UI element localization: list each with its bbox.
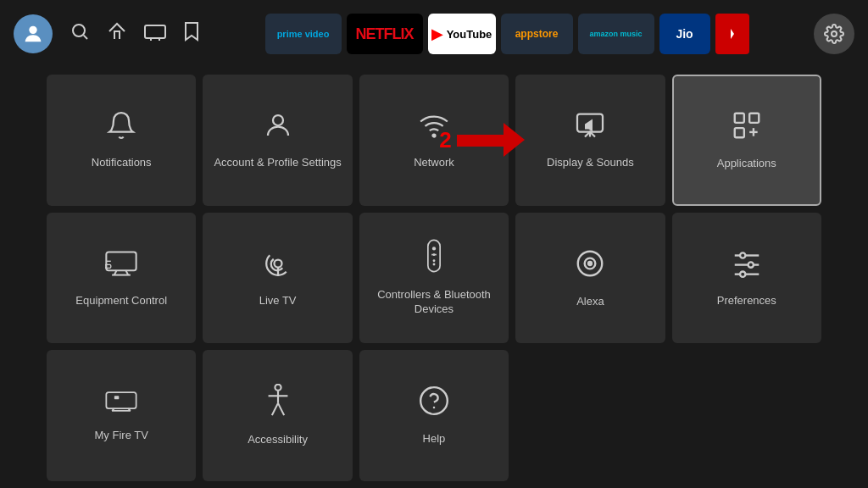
svg-point-28 xyxy=(432,247,436,250)
sliders-icon xyxy=(731,248,763,286)
nav-left xyxy=(14,14,200,53)
netflix-label: NETFLIX xyxy=(356,25,414,43)
tile-display-sounds[interactable]: 2 Display & Sounds xyxy=(515,75,665,206)
amazon-music-label: amazon music xyxy=(589,30,642,38)
youtube-app[interactable]: ▶ YouTube xyxy=(428,14,496,54)
amazon-music-app[interactable]: amazon music xyxy=(578,14,654,54)
svg-point-31 xyxy=(433,259,436,262)
remote-icon xyxy=(425,239,443,280)
jio-label: Jio xyxy=(676,27,693,41)
svg-rect-41 xyxy=(107,392,136,408)
my-fire-tv-label: My Fire TV xyxy=(95,429,148,443)
settings-button[interactable] xyxy=(814,14,854,54)
youtube-label: YouTube xyxy=(447,28,492,41)
top-nav: prime video NETFLIX ▶ YouTube appstore a… xyxy=(0,0,868,68)
appstore-label: appstore xyxy=(515,28,559,40)
person-icon xyxy=(263,110,293,147)
svg-point-40 xyxy=(740,271,745,276)
tile-my-fire-tv[interactable]: My Fire TV xyxy=(47,350,196,481)
prime-video-label: prime video xyxy=(277,29,330,39)
alexa-label: Alexa xyxy=(576,295,604,309)
appstore-app[interactable]: appstore xyxy=(501,14,573,54)
help-icon xyxy=(418,385,450,424)
home-icon[interactable] xyxy=(107,21,127,47)
tile-help[interactable]: Help xyxy=(359,350,509,481)
bell-icon xyxy=(106,110,136,147)
bookmark-icon[interactable] xyxy=(183,21,200,47)
prime-video-app[interactable]: prime video xyxy=(265,14,342,54)
svg-line-50 xyxy=(278,403,284,415)
svg-rect-3 xyxy=(145,25,165,38)
svg-line-2 xyxy=(84,36,87,39)
apps-icon xyxy=(731,109,763,148)
live-tv-label: Live TV xyxy=(259,294,297,308)
tile-equipment-control[interactable]: Equipment Control xyxy=(47,213,196,344)
notifications-label: Notifications xyxy=(92,156,152,170)
svg-rect-15 xyxy=(749,114,759,123)
applications-label: Applications xyxy=(717,157,776,171)
tile-alexa[interactable]: Alexa xyxy=(515,213,665,344)
svg-point-46 xyxy=(275,385,281,391)
svg-point-34 xyxy=(587,260,593,265)
tv-screen-icon xyxy=(105,248,137,286)
firetv-icon xyxy=(105,389,137,420)
svg-rect-9 xyxy=(457,135,504,147)
svg-marker-10 xyxy=(504,123,525,157)
tile-preferences[interactable]: Preferences xyxy=(672,213,821,344)
svg-rect-45 xyxy=(114,396,119,399)
tv-icon[interactable] xyxy=(144,21,166,47)
svg-rect-14 xyxy=(735,114,744,123)
user-avatar[interactable] xyxy=(14,14,53,53)
preferences-label: Preferences xyxy=(717,294,776,308)
display-sounds-label: Display & Sounds xyxy=(547,156,634,170)
accessibility-label: Accessibility xyxy=(248,433,308,447)
help-label: Help xyxy=(423,432,446,446)
tile-accessibility[interactable]: Accessibility xyxy=(203,350,352,481)
svg-point-36 xyxy=(740,252,745,258)
controllers-bluetooth-label: Controllers & Bluetooth Devices xyxy=(359,288,509,317)
accessibility-icon xyxy=(263,384,293,424)
tile-notifications[interactable]: Notifications xyxy=(47,75,196,206)
tile-controllers-bluetooth[interactable]: Controllers & Bluetooth Devices xyxy=(359,213,509,344)
equipment-control-label: Equipment Control xyxy=(75,294,167,308)
tile-applications[interactable]: Applications xyxy=(672,75,821,206)
svg-point-25 xyxy=(274,259,281,267)
svg-point-32 xyxy=(433,263,436,266)
svg-rect-16 xyxy=(735,128,744,137)
netflix-app[interactable]: NETFLIX xyxy=(347,14,423,54)
svg-point-0 xyxy=(29,26,36,34)
nav-apps: prime video NETFLIX ▶ YouTube appstore a… xyxy=(210,14,804,54)
alexa-icon xyxy=(574,247,606,286)
svg-marker-13 xyxy=(585,119,593,131)
more-apps[interactable] xyxy=(715,14,749,54)
svg-point-1 xyxy=(73,25,85,36)
search-icon[interactable] xyxy=(70,21,90,47)
tile-live-tv[interactable]: Live TV xyxy=(203,213,352,344)
youtube-play-icon: ▶ xyxy=(431,25,443,43)
svg-point-6 xyxy=(832,31,837,36)
settings-grid: Notifications Account & Profile Settings… xyxy=(0,68,868,488)
tile-account-profile[interactable]: Account & Profile Settings xyxy=(203,75,352,206)
svg-point-51 xyxy=(420,387,448,414)
step-arrow: 2 xyxy=(439,123,524,157)
svg-point-8 xyxy=(432,134,435,136)
antenna-icon xyxy=(263,248,293,286)
jio-app[interactable]: Jio xyxy=(659,14,710,54)
network-label: Network xyxy=(414,156,454,170)
empty-tile-r3c4 xyxy=(515,350,665,481)
empty-tile-r3c5 xyxy=(672,350,821,481)
svg-point-7 xyxy=(273,115,283,125)
svg-line-49 xyxy=(271,403,277,415)
display-sounds-icon xyxy=(575,110,605,147)
svg-point-38 xyxy=(748,262,753,267)
svg-point-52 xyxy=(433,407,436,409)
step-number: 2 xyxy=(439,127,451,153)
account-profile-label: Account & Profile Settings xyxy=(214,156,341,170)
